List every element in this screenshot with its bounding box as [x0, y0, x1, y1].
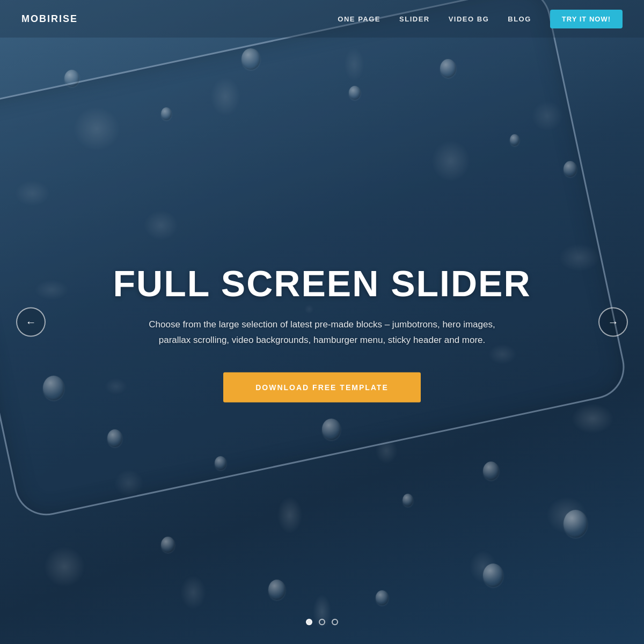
hero-subtitle: Choose from the large selection of lates…: [134, 317, 510, 348]
left-arrow-icon: ←: [26, 316, 36, 328]
nav-slider[interactable]: SLIDER: [399, 15, 430, 23]
slider-dots: [306, 619, 338, 625]
water-drop: [564, 161, 577, 177]
water-drop: [268, 580, 286, 600]
water-drop: [322, 419, 341, 440]
water-drop: [402, 494, 413, 507]
hero-content: FULL SCREEN SLIDER Choose from the large…: [107, 264, 537, 402]
water-drop: [43, 376, 64, 400]
water-drop: [161, 107, 172, 120]
navbar: MOBIRISE ONE PAGE SLIDER VIDEO BG BLOG T…: [0, 0, 644, 38]
slider-prev-button[interactable]: ←: [16, 308, 46, 337]
water-drop: [483, 564, 503, 587]
nav-video-bg[interactable]: VIDEO BG: [449, 15, 489, 23]
water-drop: [376, 590, 389, 605]
water-drop: [241, 48, 260, 70]
slider-dot-1[interactable]: [306, 619, 312, 625]
water-drop: [483, 462, 499, 480]
slider-next-button[interactable]: →: [598, 308, 628, 337]
water-drop: [440, 59, 456, 78]
nav-links: ONE PAGE SLIDER VIDEO BG BLOG Try It Now…: [338, 14, 623, 24]
water-drop: [107, 429, 122, 447]
water-drop: [564, 510, 588, 538]
water-drop: [161, 537, 175, 553]
slider-dot-3[interactable]: [332, 619, 338, 625]
hero-section: MOBIRISE ONE PAGE SLIDER VIDEO BG BLOG T…: [0, 0, 644, 644]
hero-title: FULL SCREEN SLIDER: [107, 264, 537, 304]
nav-blog[interactable]: BLOG: [508, 15, 531, 23]
nav-cta-button[interactable]: Try It Now!: [550, 10, 623, 28]
water-drop: [64, 70, 79, 87]
water-drop: [510, 134, 519, 146]
brand-name: MOBIRISE: [21, 13, 78, 25]
water-drop: [215, 456, 226, 470]
right-arrow-icon: →: [608, 316, 619, 328]
download-button[interactable]: DOWNLOAD FREE TEMPLATE: [223, 372, 421, 402]
slider-dot-2[interactable]: [319, 619, 325, 625]
water-drop: [349, 86, 361, 100]
nav-one-page[interactable]: ONE PAGE: [338, 15, 380, 23]
